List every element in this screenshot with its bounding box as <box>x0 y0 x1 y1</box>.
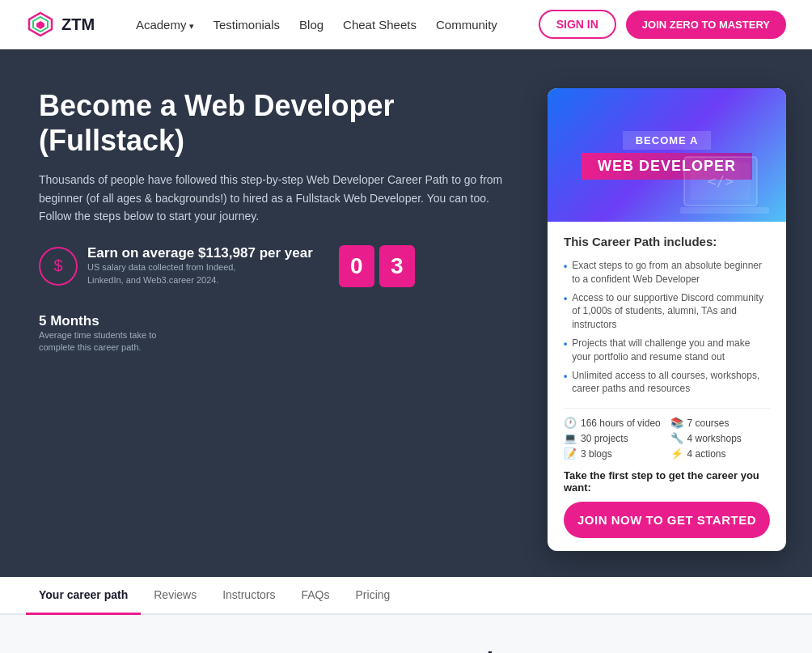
nav-links: Academy Testimonials Blog Cheat Sheets C… <box>136 18 497 32</box>
nav-blog[interactable]: Blog <box>299 18 324 32</box>
svg-text:</>: </> <box>708 172 734 189</box>
nav-buttons: SIGN IN JOIN ZERO TO MASTERY <box>539 10 786 39</box>
navigation: ZTM Academy Testimonials Blog Cheat Shee… <box>0 0 812 49</box>
blog-icon: 📝 <box>564 447 577 460</box>
laptop-decoration: </> <box>676 149 773 222</box>
tools-icon: 🔧 <box>670 432 683 444</box>
career-path-card: BECOME A WEB DEVELOPER </> This Career P… <box>548 88 786 551</box>
card-benefits-list: Exact steps to go from an absolute begin… <box>564 257 770 398</box>
hero-left: Become a Web Developer (Fullstack) Thous… <box>39 88 522 354</box>
section-title: Your career path <box>39 647 773 653</box>
hero-section: Become a Web Developer (Fullstack) Thous… <box>0 49 812 577</box>
months-stat: 5 Months Average time students take to c… <box>39 313 184 354</box>
benefit-item-2: Access to our supportive Discord communi… <box>564 289 770 334</box>
card-title: This Career Path includes: <box>564 235 770 248</box>
meta-courses: 📚 7 courses <box>670 417 771 429</box>
nav-cheatsheets[interactable]: Cheat Sheets <box>343 18 417 32</box>
nav-community[interactable]: Community <box>436 18 497 32</box>
hero-stats: $ Earn on average $113,987 per year US s… <box>39 245 522 354</box>
meta-blogs: 📝 3 blogs <box>564 447 664 460</box>
card-image: BECOME A WEB DEVELOPER </> <box>548 88 786 222</box>
logo-link[interactable]: ZTM <box>26 10 95 39</box>
svg-marker-2 <box>36 21 44 29</box>
clock-icon: 🕐 <box>564 417 577 429</box>
meta-workshops: 🔧 4 workshops <box>670 432 771 444</box>
benefit-item-4: Unlimited access to all courses, worksho… <box>564 367 770 399</box>
join-card-button[interactable]: JOIN NOW TO GET STARTED <box>564 502 770 538</box>
meta-actions: ⚡ 4 actions <box>670 447 771 460</box>
salary-stat: $ Earn on average $113,987 per year US s… <box>39 245 313 286</box>
signin-button[interactable]: SIGN IN <box>539 10 616 39</box>
salary-amount: Earn on average $113,987 per year <box>87 245 313 261</box>
tabs-bar: Your career path Reviews Instructors FAQ… <box>0 577 812 615</box>
meta-video-hours: 🕐 166 hours of video <box>564 417 664 429</box>
hero-title: Become a Web Developer (Fullstack) <box>39 88 522 158</box>
meta-projects: 💻 30 projects <box>564 432 664 444</box>
salary-note: US salary data collected from Indeed, Li… <box>87 261 249 286</box>
tab-reviews[interactable]: Reviews <box>141 577 209 615</box>
card-meta: 🕐 166 hours of video 📚 7 courses 💻 30 pr… <box>564 408 770 460</box>
counter-digit-0: 0 <box>339 245 374 287</box>
tab-faqs[interactable]: FAQs <box>289 577 343 615</box>
tab-instructors[interactable]: Instructors <box>209 577 288 615</box>
lightning-icon: ⚡ <box>670 447 683 460</box>
logo-text: ZTM <box>61 15 95 34</box>
book-icon: 📚 <box>670 417 683 429</box>
hero-card-container: BECOME A WEB DEVELOPER </> This Career P… <box>548 88 786 551</box>
join-nav-button[interactable]: JOIN ZERO TO MASTERY <box>626 11 786 39</box>
nav-testimonials[interactable]: Testimonials <box>214 18 281 32</box>
become-a-label: BECOME A <box>623 131 712 150</box>
months-label: 5 Months <box>39 313 184 329</box>
money-icon: $ <box>39 247 78 286</box>
svg-rect-5 <box>680 207 769 214</box>
counter-stat: 0 3 <box>339 245 415 287</box>
tab-pricing[interactable]: Pricing <box>343 577 404 615</box>
benefit-item-3: Projects that will challenge you and mak… <box>564 334 770 367</box>
nav-academy[interactable]: Academy <box>136 18 194 32</box>
hero-subtitle: Thousands of people have followed this s… <box>39 171 522 225</box>
benefit-item-1: Exact steps to go from an absolute begin… <box>564 257 770 289</box>
card-body: This Career Path includes: Exact steps t… <box>548 222 786 551</box>
main-content: Your career path WHAT YOU'LL LEARN ✓ Ski… <box>0 615 812 653</box>
tab-career-path[interactable]: Your career path <box>26 577 141 615</box>
counter-digit-1: 3 <box>379 245 415 287</box>
months-note: Average time students take to complete t… <box>39 329 184 354</box>
cta-text: Take the first step to get the career yo… <box>564 469 770 494</box>
laptop-icon: 💻 <box>564 432 577 444</box>
